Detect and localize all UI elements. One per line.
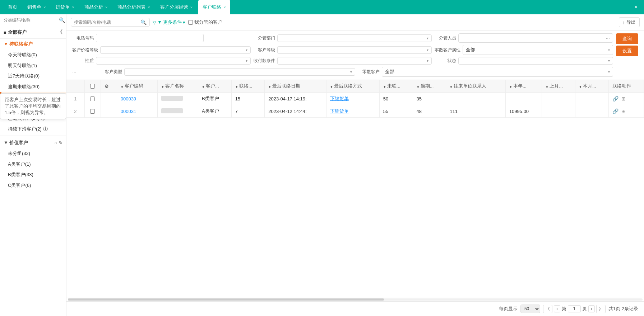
customer-table: ⚙ ⬥ 客户编码 ⬥ 客户名称 [66, 80, 644, 118]
filter-status: 状态 ▾ [435, 57, 613, 65]
toolbar: 🔍 ▽ ▼ 更多条件 ▾ 我分管的客户 ↑ 导出 [66, 14, 644, 30]
filter-customer-type-select[interactable]: ▾ [124, 68, 356, 76]
cell-name-2 [157, 105, 198, 118]
sidebar-item-a-class[interactable]: A类客户(1) [0, 159, 66, 170]
select-all-checkbox[interactable] [90, 84, 95, 89]
window-close-button[interactable]: × [631, 4, 640, 10]
cell-code-1[interactable]: 000039 [117, 93, 157, 105]
cell-code-2[interactable]: 000031 [117, 105, 157, 118]
sidebar-item-today[interactable]: 今天待联络(0) [0, 49, 66, 60]
nav-sales-close[interactable]: × [43, 5, 46, 9]
nav-product-analysis[interactable]: 商品分析 × [80, 0, 112, 14]
sidebar-item-unclassified[interactable]: 未分组(32) [0, 148, 66, 159]
last-page-btn[interactable]: 》 [596, 305, 606, 313]
filter-customer-grade: 客户等级 ▾ [254, 46, 432, 54]
my-customers-checkbox-wrap: 我分管的客户 [188, 19, 222, 25]
filter-dept-select[interactable]: ▾ [277, 34, 432, 42]
sidebar-item-overdue[interactable]: 逾期未联络(30) [0, 81, 66, 92]
filter-retail-attr-select[interactable]: 全部 ▾ [463, 45, 613, 55]
filter-panel: 电话号码 分管部门 ▾ 分管人员 [66, 30, 644, 80]
table-gear-icon[interactable]: ⚙ [105, 84, 109, 89]
more-conditions-btn[interactable]: ▽ ▼ 更多条件 ▾ [153, 19, 185, 25]
next-page-btn[interactable]: › [588, 305, 595, 312]
export-button[interactable]: ↑ 导出 [619, 17, 640, 27]
sidebar-item-declining[interactable]: 持续下滑客户(2) ⓘ [0, 124, 66, 135]
cell-name-1 [157, 93, 198, 105]
tooltip-box: 距客户上次交易时长，超过了此客户的平均交易周期的1.5倍，则视为异常。 [0, 93, 66, 119]
first-page-btn[interactable]: 《 [543, 305, 552, 313]
col-overdue-sort-icon: ⬥ [417, 84, 420, 89]
sidebar-edit-icons: ○ ✎ [54, 140, 62, 146]
filter-phone: 电话号码 [72, 34, 251, 42]
sidebar-section-pending[interactable]: ▼ 待联络客户 [0, 39, 66, 49]
nav-product-list[interactable]: 商品分析列表 × [113, 0, 154, 14]
grid-icon-2[interactable]: ⊞ [621, 108, 626, 114]
my-customers-checkbox[interactable] [188, 20, 193, 25]
horizontal-scrollbar[interactable] [66, 297, 644, 301]
row4-dots-icon[interactable]: ··· [72, 69, 77, 75]
nav-customer-contact-close[interactable]: × [223, 5, 226, 9]
link-icon-1[interactable]: 🔗 [612, 96, 618, 102]
sidebar-item-c-class[interactable]: C类客户(6) [0, 180, 66, 191]
filter-status-select[interactable]: ▾ [458, 57, 613, 65]
nav-home[interactable]: 首页 [4, 0, 22, 14]
cell-last-method-1[interactable]: 下销货单 [326, 93, 379, 105]
sidebar-circle-icon[interactable]: ○ [54, 140, 57, 146]
col-contact-sort-icon: ⬥ [235, 84, 238, 89]
sidebar-collapse-btn[interactable]: 《 [57, 29, 62, 36]
filter-customer-grade-select[interactable]: ▾ [277, 46, 432, 54]
filter-retail-attr: 零散客户属性 全部 ▾ [435, 45, 613, 55]
nav-customer-contact[interactable]: 客户联络 × [198, 0, 230, 14]
link-icon-2[interactable]: 🔗 [612, 108, 618, 114]
sidebar-item-b-class[interactable]: B类客户(33) [0, 169, 66, 180]
current-page-input[interactable] [568, 305, 581, 312]
filter-row-4: ··· 客户类型 ▾ 零散客户 全部 [72, 67, 613, 77]
cell-company-contacts-2: 111 [446, 105, 506, 118]
grid-icon-1[interactable]: ⊞ [621, 96, 626, 102]
cell-checkbox-2 [84, 105, 101, 118]
search-input-wrap: 🔍 [71, 18, 150, 27]
filter-person-label: 分管人员 [435, 35, 456, 41]
sidebar-edit-icon[interactable]: ✎ [59, 140, 62, 146]
prev-page-btn[interactable]: ‹ [554, 305, 560, 312]
sidebar-search-input[interactable] [4, 18, 57, 23]
cell-this-year-2: 10995.00 [505, 105, 542, 118]
col-index [66, 80, 84, 93]
cell-last-date-1: 2023-04-17 14:19: [265, 93, 326, 105]
filter-person-input[interactable]: ··· [458, 33, 613, 43]
filter-row-2: 客户价格等级 ▾ 客户等级 ▾ [72, 45, 613, 55]
nav-customer-tier[interactable]: 客户分层经营 × [156, 0, 197, 14]
sidebar-item-tomorrow[interactable]: 明天待联络(1) [0, 60, 66, 71]
nav-purchase[interactable]: 进货单 × [51, 0, 78, 14]
filter-price-grade-select[interactable]: ▾ [100, 46, 251, 54]
row1-checkbox[interactable] [90, 96, 95, 101]
row2-checkbox[interactable] [90, 109, 95, 114]
query-button[interactable]: 查询 [616, 33, 638, 44]
retail-attr-arrow: ▾ [608, 48, 610, 52]
settings-button[interactable]: 设置 [616, 46, 638, 56]
scroll-track[interactable] [68, 298, 643, 301]
search-input[interactable] [74, 20, 139, 25]
per-page-select[interactable]: 50 100 200 [520, 305, 540, 313]
filter-nature-select[interactable]: ▾ [96, 57, 251, 65]
col-contact: ⬥ 联络... [231, 80, 265, 93]
filter-icon: ▽ [153, 20, 156, 25]
page-unit-label: 页 [582, 306, 587, 312]
cell-last-month-1 [542, 93, 575, 105]
sidebar-section-value[interactable]: ▼ 价值客户 ○ ✎ [0, 137, 66, 148]
filter-retail-customer-select[interactable]: 全部 ▾ [382, 67, 613, 77]
nav-sales[interactable]: 销售单 × [23, 0, 50, 14]
filter-phone-input[interactable] [96, 34, 204, 42]
filter-payment-select[interactable]: ▾ [277, 57, 432, 65]
scroll-thumb[interactable] [68, 298, 384, 301]
col-overdue: ⬥ 逾期... [413, 80, 446, 93]
nav-customer-tier-close[interactable]: × [190, 5, 193, 9]
cell-last-method-2[interactable]: 下销货单 [326, 105, 379, 118]
sidebar-item-7days[interactable]: 近7天待联络(0) [0, 71, 66, 81]
person-dots-icon[interactable]: ··· [606, 35, 610, 41]
filter-status-label: 状态 [435, 58, 456, 64]
nav-purchase-close[interactable]: × [72, 5, 74, 9]
nav-product-list-close[interactable]: × [148, 5, 150, 9]
nav-product-analysis-close[interactable]: × [105, 5, 107, 9]
nature-arrow: ▾ [246, 59, 247, 63]
